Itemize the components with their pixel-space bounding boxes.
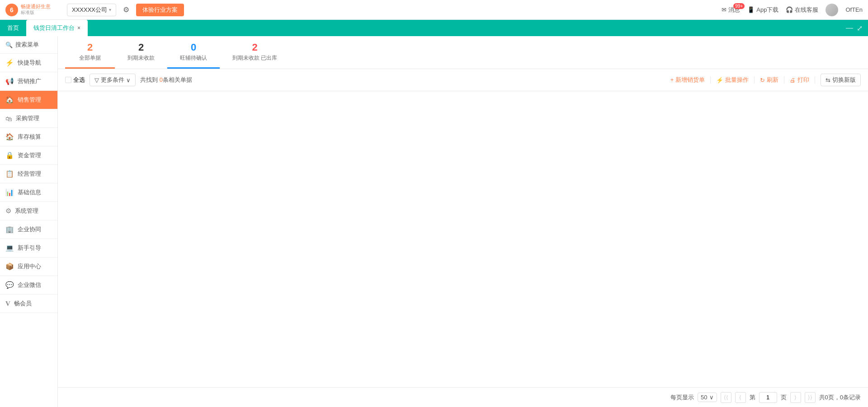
divider — [710, 76, 711, 84]
app-download-button[interactable]: 📱 App下载 — [747, 6, 778, 14]
download-icon: 📱 — [747, 6, 755, 13]
select-all-checkbox[interactable]: 全选 — [65, 76, 85, 84]
stat-tab-overdue[interactable]: 2 到期未收款 — [115, 36, 167, 69]
stat-label-overdue: 到期未收款 — [127, 54, 155, 62]
header-right: ✉ 消息 99+ 📱 App下载 🎧 在线客服 OfTEn — [722, 4, 863, 16]
checkbox-icon[interactable] — [65, 77, 71, 83]
stat-label-all: 全部单据 — [79, 54, 101, 62]
inventory-icon: 🏠 — [5, 133, 14, 141]
sidebar-item-enterprise[interactable]: 🏢 企业协同 — [0, 220, 57, 239]
table-area — [58, 91, 868, 387]
found-text: 共找到 0条相关单据 — [140, 76, 192, 84]
sidebar-item-purchase[interactable]: 🛍 采购管理 — [0, 109, 57, 128]
online-service-button[interactable]: 🎧 在线客服 — [786, 6, 818, 14]
sidebar-item-quick-nav[interactable]: ⚡ 快捷导航 — [0, 54, 57, 72]
sales-icon: 🏠 — [5, 96, 14, 104]
divider — [784, 76, 784, 84]
sidebar-item-marketing[interactable]: 📢 营销推广 — [0, 72, 57, 91]
stat-tab-all[interactable]: 2 全部单据 — [65, 36, 115, 69]
page-suffix: 页 — [781, 393, 787, 402]
service-icon: 🎧 — [786, 6, 793, 13]
print-icon: 🖨 — [790, 77, 796, 84]
sidebar-item-system[interactable]: ⚙ 系统管理 — [0, 202, 57, 220]
enterprise-icon: 🏢 — [5, 225, 14, 234]
stat-tab-overdue-out[interactable]: 2 到期未收款 已出库 — [220, 36, 290, 69]
divider — [815, 76, 815, 84]
wechat-icon: 💬 — [5, 281, 14, 289]
sidebar-item-app-center[interactable]: 📦 应用中心 — [0, 257, 57, 276]
per-page-select[interactable]: 50 ∨ — [698, 393, 717, 402]
switch-version-button[interactable]: ⇆ 切换新版 — [821, 74, 861, 86]
found-count: 0 — [160, 76, 163, 83]
sidebar-item-guide[interactable]: 💻 新手引导 — [0, 239, 57, 257]
sidebar-item-member[interactable]: V 畅会员 — [0, 295, 57, 313]
quick-nav-icon: ⚡ — [5, 59, 14, 67]
operations-icon: 📋 — [5, 170, 14, 178]
new-order-button[interactable]: + 新增销货单 — [670, 76, 705, 84]
sidebar-item-operations[interactable]: 📋 经营管理 — [0, 165, 57, 183]
tab-bar-actions: — ⤢ — [846, 24, 868, 33]
tab-workbench[interactable]: 钱货日清工作台 × — [26, 20, 88, 36]
prev-page-button[interactable]: ⟨ — [735, 392, 746, 403]
chevron-down-icon: ∨ — [126, 77, 131, 84]
search-icon: 🔍 — [5, 42, 13, 48]
maximize-icon[interactable]: ⤢ — [857, 24, 863, 33]
refresh-button[interactable]: ↻ 刷新 — [760, 76, 778, 84]
logo-sub: 标准版 — [21, 9, 51, 16]
minimize-icon[interactable]: — — [846, 24, 853, 32]
stat-num-overdue-out: 2 — [252, 42, 258, 53]
logo-text: 畅捷通好生意 — [21, 4, 51, 9]
settings-button[interactable]: ⚙ — [120, 4, 132, 16]
top-header: 6 畅捷通好生意 标准版 XXXXXX公司 ▾ ⚙ 体验行业方案 ✉ 消息 99… — [0, 0, 868, 20]
refresh-icon: ↻ — [760, 77, 765, 84]
company-name: XXXXXX公司 — [72, 6, 107, 14]
per-page-label: 每页显示 — [670, 393, 694, 402]
toolbar-right: + 新增销货单 ⚡ 批量操作 ↻ 刷新 🖨 打印 — [670, 74, 861, 86]
marketing-icon: 📢 — [5, 77, 14, 85]
logo-area: 6 畅捷通好生意 标准版 — [5, 4, 63, 16]
purchase-icon: 🛍 — [5, 115, 12, 122]
trial-button[interactable]: 体验行业方案 — [136, 4, 184, 16]
page-label: 第 — [750, 393, 755, 402]
username-area[interactable]: OfTEn — [845, 6, 863, 13]
chevron-down-icon: ▾ — [109, 7, 111, 12]
sidebar-item-basic-info[interactable]: 📊 基础信息 — [0, 183, 57, 202]
avatar[interactable] — [826, 4, 838, 16]
message-badge: 99+ — [733, 3, 745, 9]
stat-num-all: 2 — [87, 42, 93, 53]
tab-home[interactable]: 首页 — [0, 20, 26, 36]
app-center-icon: 📦 — [5, 262, 14, 271]
logo-icon: 6 — [5, 4, 18, 16]
sidebar: 🔍 搜索菜单 ⚡ 快捷导航 📢 营销推广 🏠 销售管理 🛍 采购管理 🏠 库存核… — [0, 36, 58, 407]
batch-icon: ⚡ — [716, 77, 723, 84]
filter-icon: ▽ — [94, 77, 99, 84]
print-button[interactable]: 🖨 打印 — [790, 76, 809, 84]
page-input[interactable] — [759, 392, 777, 403]
system-icon: ⚙ — [5, 207, 11, 215]
filter-button[interactable]: ▽ 更多条件 ∨ — [90, 74, 136, 86]
search-menu-button[interactable]: 🔍 搜索菜单 — [0, 36, 57, 54]
stat-label-overdue-out: 到期未收款 已出库 — [232, 54, 277, 62]
divider — [754, 76, 755, 84]
stats-tabs: 2 全部单据 2 到期未收款 0 旺辅待确认 2 到期未收款 已出库 — [58, 36, 868, 69]
total-label: 共0页，0条记录 — [819, 393, 861, 402]
main-layout: 🔍 搜索菜单 ⚡ 快捷导航 📢 营销推广 🏠 销售管理 🛍 采购管理 🏠 库存核… — [0, 36, 868, 407]
sidebar-item-finance[interactable]: 🔒 资金管理 — [0, 146, 57, 165]
chevron-down-icon: ∨ — [709, 394, 714, 401]
sidebar-item-sales[interactable]: 🏠 销售管理 — [0, 91, 57, 109]
finance-icon: 🔒 — [5, 151, 14, 159]
message-icon: ✉ — [722, 6, 726, 13]
last-page-button[interactable]: ⟩⟩ — [805, 392, 816, 403]
stat-label-pending: 旺辅待确认 — [180, 54, 207, 62]
message-button[interactable]: ✉ 消息 99+ — [722, 6, 740, 14]
sidebar-item-inventory[interactable]: 🏠 库存核算 — [0, 128, 57, 146]
switch-icon: ⇆ — [826, 77, 830, 84]
next-page-button[interactable]: ⟩ — [790, 392, 801, 403]
tab-bar: 首页 钱货日清工作台 × — ⤢ — [0, 20, 868, 36]
batch-operation-button[interactable]: ⚡ 批量操作 — [716, 76, 749, 84]
tab-close-icon[interactable]: × — [77, 25, 80, 31]
stat-tab-pending[interactable]: 0 旺辅待确认 — [167, 36, 220, 69]
company-selector[interactable]: XXXXXX公司 ▾ — [67, 4, 116, 16]
first-page-button[interactable]: ⟨⟨ — [721, 392, 731, 403]
sidebar-item-wechat[interactable]: 💬 企业微信 — [0, 276, 57, 295]
